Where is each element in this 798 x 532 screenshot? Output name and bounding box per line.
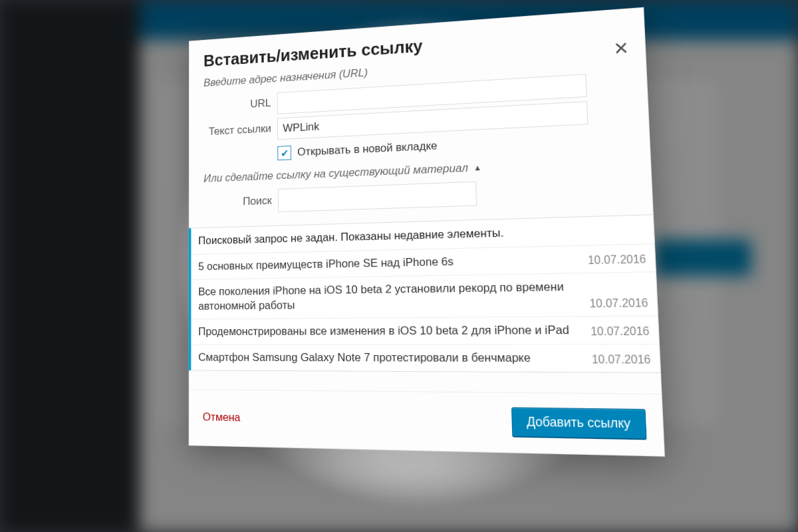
list-item[interactable]: Смартфон Samsung Galaxy Note 7 протестир… [191, 345, 660, 373]
newtab-checkbox[interactable]: ✔ [277, 146, 291, 160]
cancel-button[interactable]: Отмена [203, 410, 241, 424]
search-label: Поиск [203, 194, 278, 209]
existing-section-label: Или сделайте ссылку на существующий мате… [203, 162, 468, 186]
url-label: URL [203, 92, 277, 113]
collapse-icon[interactable]: ▲ [473, 163, 482, 173]
linktext-label: Текст ссылки [203, 118, 277, 138]
newtab-label: Открывать в новой вкладке [297, 139, 438, 158]
list-item[interactable]: Продемонстрированы все изменения в iOS 1… [191, 317, 659, 345]
list-item[interactable]: Все поколения iPhone на iOS 10 beta 2 ус… [191, 272, 658, 319]
add-link-button[interactable]: Добавить ссылку [511, 408, 647, 440]
search-input[interactable] [278, 182, 477, 212]
results-list: Поисковый запрос не задан. Показаны неда… [189, 214, 661, 373]
insert-link-dialog: Вставить/изменить ссылку ✕ Введите адрес… [189, 7, 665, 457]
